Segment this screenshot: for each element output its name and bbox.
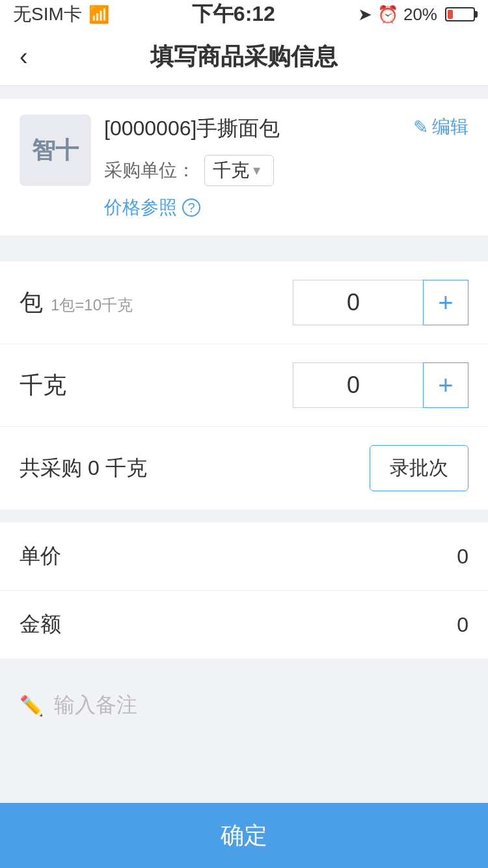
alarm-icon: ⏰ (377, 5, 398, 25)
section-divider-2 (0, 509, 488, 522)
status-bar-time: 下午6:12 (192, 0, 275, 29)
quantity-plus-kg[interactable]: + (423, 362, 468, 408)
notes-placeholder: 输入备注 (54, 691, 137, 720)
confirm-label: 确定 (221, 820, 267, 852)
carrier-text: 无SIM卡 (13, 2, 82, 27)
price-section: 单价 0 金额 0 (0, 522, 488, 658)
batch-button[interactable]: 录批次 (370, 445, 468, 491)
location-icon: ➤ (358, 5, 372, 25)
status-bar-right: ➤ ⏰ 20% (358, 5, 475, 25)
battery-icon (445, 7, 475, 21)
price-ref-info-icon: ? (182, 198, 200, 217)
quantity-input-group-kg: + (293, 362, 468, 408)
status-bar-left: 无SIM卡 📶 (13, 2, 109, 27)
nav-bar: ‹ 填写商品采购信息 (0, 29, 488, 86)
unit-price-label: 单价 (20, 542, 61, 571)
battery-percent: 20% (403, 5, 437, 25)
quantity-label-kg: 千克 (20, 370, 66, 401)
confirm-button[interactable]: 确定 (0, 803, 488, 868)
quantity-sublabel-bao: 1包=10千克 (51, 295, 133, 316)
total-unit: 千克 (105, 456, 147, 480)
unit-value: 千克 (213, 158, 249, 183)
quantity-label-group-kg: 千克 (20, 370, 66, 401)
unit-select[interactable]: 千克 ▾ (204, 155, 274, 186)
price-ref-button[interactable]: 价格参照 ? (104, 195, 468, 220)
total-section: 共采购 0 千克 录批次 (0, 427, 488, 509)
quantity-row-kg: 千克 + (0, 344, 488, 427)
quantity-input-bao[interactable] (293, 280, 423, 325)
amount-value: 0 (457, 613, 468, 637)
product-card: 智十 [0000006]手撕面包 采购单位： 千克 ▾ 价格参照 ? ✎ 编辑 (0, 99, 488, 236)
edit-icon: ✎ (413, 116, 428, 138)
total-amount: 0 (88, 456, 100, 480)
price-row-unit: 单价 0 (0, 522, 488, 591)
quantity-label-group-bao: 包 1包=10千克 (20, 287, 133, 319)
pencil-icon: ✏️ (20, 694, 44, 717)
page-title: 填写商品采购信息 (150, 41, 338, 73)
amount-label: 金额 (20, 610, 61, 639)
wifi-icon: 📶 (88, 5, 109, 25)
quantity-section: 包 1包=10千克 + 千克 + (0, 262, 488, 427)
dropdown-arrow-icon: ▾ (253, 162, 260, 179)
quantity-row-bao: 包 1包=10千克 + (0, 262, 488, 344)
quantity-input-kg[interactable] (293, 362, 423, 408)
product-unit-row: 采购单位： 千克 ▾ (104, 155, 468, 186)
edit-button[interactable]: ✎ 编辑 (413, 115, 468, 139)
total-text: 共采购 0 千克 (20, 454, 147, 483)
edit-label: 编辑 (432, 115, 468, 139)
unit-label: 采购单位： (104, 158, 195, 183)
price-ref-label: 价格参照 (104, 195, 177, 220)
notes-section[interactable]: ✏️ 输入备注 (0, 671, 488, 739)
product-image: 智十 (20, 115, 91, 186)
quantity-plus-bao[interactable]: + (423, 280, 468, 325)
section-divider-1 (0, 236, 488, 249)
back-button[interactable]: ‹ (20, 43, 28, 71)
price-row-amount: 金额 0 (0, 591, 488, 658)
product-logo: 智十 (32, 135, 79, 167)
total-prefix: 共采购 (20, 456, 82, 480)
status-bar: 无SIM卡 📶 下午6:12 ➤ ⏰ 20% (0, 0, 488, 29)
quantity-input-group-bao: + (293, 280, 468, 325)
quantity-label-bao: 包 (20, 287, 43, 319)
unit-price-value: 0 (457, 545, 468, 569)
